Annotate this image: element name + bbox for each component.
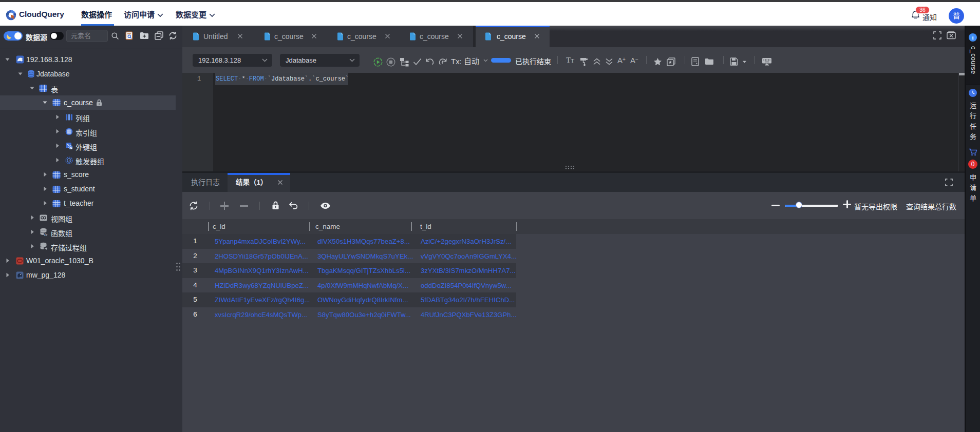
svg-text:fx: fx [44, 232, 48, 237]
